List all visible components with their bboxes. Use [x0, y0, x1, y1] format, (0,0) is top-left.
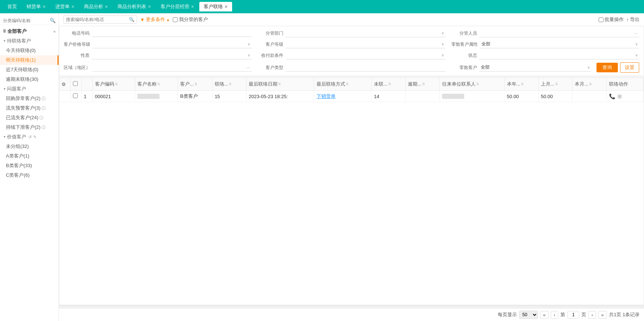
filter-select-payment-terms[interactable]: ∨ — [286, 51, 445, 59]
sidebar-item-week[interactable]: 近7天待联络(0) — [0, 65, 59, 75]
sidebar-item-unclassified[interactable]: 未分组(32) — [0, 142, 59, 151]
triangle-icon: ▼ — [3, 39, 6, 43]
sort-icon: ⇅ — [157, 82, 160, 86]
app-container: 首页 销货单 ✕ 进货单 ✕ 商品分析 ✕ 商品分析列表 ✕ 客户分层经营 ✕ … — [0, 0, 644, 321]
filter-select-customer-level[interactable]: ∨ — [286, 40, 445, 48]
search-icon[interactable]: 🔍 — [129, 17, 134, 22]
sort-icon: ⇅ — [476, 82, 479, 86]
sidebar-item-overdue[interactable]: 逾期未联络(30) — [0, 75, 59, 84]
search-input[interactable] — [66, 17, 127, 22]
filter-select-branch-dept[interactable]: ∨ — [286, 29, 445, 37]
col-last-contact-date[interactable]: 最后联络日期 ⇅ — [246, 78, 314, 91]
sort-icon: ⇅ — [388, 82, 391, 86]
col-customer-cat[interactable]: 客户... ⇅ — [178, 78, 213, 91]
col-this-month[interactable]: 本月... ⇅ — [573, 78, 606, 91]
nav-item-product-analysis-list[interactable]: 商品分析列表 ✕ — [113, 2, 155, 11]
nav-item-product-analysis[interactable]: 商品分析 ✕ — [80, 2, 112, 11]
filter-select-gender[interactable]: ∨ — [92, 51, 252, 59]
filter-select-customer-type[interactable] — [286, 63, 445, 72]
sidebar-item-tomorrow[interactable]: 明天待联络(1) — [0, 55, 59, 65]
sidebar-item-class-c[interactable]: C类客户(6) — [0, 170, 59, 180]
phone-icon[interactable]: 📞 — [609, 93, 615, 99]
ellipsis-icon: ··· — [634, 31, 638, 36]
table-wrap: ⚙ 客户编码 ⇅ — [59, 77, 644, 305]
last-page-btn[interactable]: » — [598, 311, 607, 319]
filter-label-branch-dept: 分管部门 — [258, 30, 283, 37]
col-this-year[interactable]: 本年... ⇅ — [504, 78, 538, 91]
col-contact[interactable]: 联络... ⇅ — [212, 78, 246, 91]
sidebar-item-continuous-decline[interactable]: 持续下滑客户(2) ⓘ — [0, 122, 59, 132]
sort-icon: ⇅ — [521, 82, 524, 86]
sidebar-item-today[interactable]: 今天待联络(0) — [0, 46, 59, 55]
sidebar-item-class-b[interactable]: B类客户(33) — [0, 161, 59, 170]
close-icon[interactable]: ✕ — [224, 4, 228, 9]
filter-label-branch-person: 分管人员 — [451, 30, 477, 37]
nav-item-customer-segmentation[interactable]: 客户分层经营 ✕ — [156, 2, 199, 11]
close-icon[interactable]: ✕ — [105, 4, 108, 9]
sort-icon: ⇅ — [589, 82, 592, 86]
search-wrap: 🔍 — [63, 15, 137, 24]
row-last-contact-method[interactable]: 下销货单 — [314, 91, 372, 102]
next-page-btn[interactable]: › — [588, 311, 596, 319]
sidebar-search-wrap: 🔍 — [0, 16, 59, 25]
filter-select-status[interactable]: ∨ — [479, 51, 639, 59]
filter-select-price-level[interactable]: ∨ — [92, 40, 252, 48]
settings-button[interactable]: 设置 — [620, 62, 639, 73]
per-page-select[interactable]: 50 20 100 — [519, 311, 538, 319]
col-overdue[interactable]: 逾期... ⇅ — [406, 78, 440, 91]
filter-select-region[interactable]: ··· — [92, 63, 252, 72]
col-last-contact-method[interactable]: 最后联络方式 ⇅ — [314, 78, 372, 91]
close-icon[interactable]: ✕ — [148, 4, 151, 9]
filter-input-phone[interactable] — [92, 30, 252, 37]
nav-item-sales-order[interactable]: 销货单 ✕ — [22, 2, 50, 11]
col-no-contact[interactable]: 未联... ⇅ — [371, 78, 405, 91]
col-customer-code[interactable]: 客户编码 ⇅ — [92, 78, 135, 91]
select-all-checkbox[interactable] — [73, 81, 78, 86]
row-select-checkbox[interactable] — [73, 93, 78, 98]
ellipsis-icon: ··· — [246, 65, 250, 70]
filter-row-phone: 电话号码 — [64, 29, 252, 37]
sidebar-group-value-customers[interactable]: ▼ 价值客户 ↺ ✎ — [0, 132, 59, 142]
col-checkbox[interactable] — [70, 78, 81, 91]
chevron-down-icon: ∨ — [248, 42, 250, 46]
nav-item-purchase-order[interactable]: 进货单 ✕ — [51, 2, 79, 11]
search-icon[interactable]: 🔍 — [50, 18, 56, 23]
prev-page-btn[interactable]: ‹ — [551, 311, 558, 319]
sidebar-item-class-a[interactable]: A类客户(1) — [0, 151, 59, 161]
all-customers-item[interactable]: ⠿ 全部客户 « — [0, 27, 59, 36]
sidebar-item-repurchase-abnormal[interactable]: 回购异常客户(2) ⓘ — [0, 94, 59, 103]
nav-item-home[interactable]: 首页 — [3, 2, 21, 11]
page-input[interactable] — [567, 311, 579, 318]
col-contact-person[interactable]: 往来单位联系人 ⇅ — [440, 78, 504, 91]
horizontal-scrollbar[interactable] — [59, 305, 644, 308]
query-button[interactable]: 查询 — [596, 63, 618, 72]
export-icon: ↑ — [627, 17, 629, 23]
filter-select-retail-attr[interactable]: 全部 ∨ — [480, 40, 639, 48]
col-last-month[interactable]: 上月... ⇅ — [538, 78, 572, 91]
nav-item-customer-contact[interactable]: 客户联络 ✕ — [199, 2, 232, 11]
col-gear[interactable]: ⚙ — [59, 78, 70, 91]
batch-op-checkbox[interactable] — [599, 17, 603, 22]
close-icon[interactable]: ✕ — [191, 4, 194, 9]
sidebar-search-input[interactable] — [3, 18, 48, 23]
first-page-btn[interactable]: « — [540, 311, 549, 319]
sidebar-item-lost[interactable]: 已流失客户(24) ⓘ — [0, 113, 59, 122]
row-this-month — [573, 91, 606, 102]
grid-icon[interactable]: ⊞ — [617, 93, 622, 99]
my-customers-check[interactable]: 我分管的客户 — [173, 16, 208, 23]
gear-icon[interactable]: ⚙ — [62, 82, 66, 87]
my-customers-checkbox[interactable] — [173, 17, 178, 22]
sidebar-group-pending-contact[interactable]: ▼ 待联络客户 — [0, 36, 59, 46]
close-icon[interactable]: ✕ — [71, 4, 74, 9]
filter-select-retail-customer[interactable]: 全部 ∨ — [479, 63, 591, 72]
close-icon[interactable]: ✕ — [42, 4, 46, 9]
more-conditions-btn[interactable]: ▼ 更多条件 ▲ — [140, 16, 170, 23]
filter-select-branch-person[interactable]: ··· — [479, 29, 639, 37]
col-customer-name[interactable]: 客户名称 ⇅ — [135, 78, 178, 91]
collapse-icon[interactable]: « — [53, 29, 56, 34]
row-checkbox[interactable] — [70, 91, 81, 102]
export-btn[interactable]: ↑ 导出 — [627, 16, 640, 23]
sidebar-item-lost-risk[interactable]: 流失预警客户(3) ⓘ — [0, 103, 59, 113]
sidebar-group-problem-customers[interactable]: ▼ 问题客户 — [0, 84, 59, 94]
batch-op-btn[interactable]: 批量操作 — [599, 16, 624, 23]
